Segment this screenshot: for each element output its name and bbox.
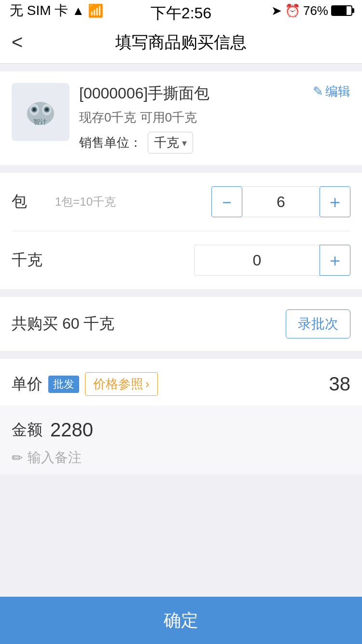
- kg-input-row: 千克 ＋: [12, 231, 350, 289]
- bao-hint: 1包=10千克: [55, 194, 211, 210]
- remark-row[interactable]: ✏ 输入备注: [12, 448, 350, 467]
- product-info: [0000006]手撕面包 ✎ 编辑 现存0千克 可用0千克 销售单位： 千克 …: [79, 83, 350, 154]
- svg-point-6: [45, 108, 48, 111]
- wifi-icon: ▲︎ 📶: [72, 3, 103, 18]
- unit-select[interactable]: 千克 ▾: [148, 132, 193, 154]
- page-title: 填写商品购买信息: [115, 31, 247, 54]
- svg-text:智计: 智计: [33, 118, 47, 126]
- section-gap-1: [0, 165, 362, 173]
- total-section: 共购买 60 千克 录批次: [0, 297, 362, 351]
- kg-label: 千克: [12, 250, 50, 271]
- section-gap-2: [0, 289, 362, 297]
- section-gap-3: [0, 351, 362, 359]
- battery-icon: [331, 5, 352, 16]
- price-label: 单价: [12, 374, 42, 395]
- status-left: 无 SIM 卡 ▲︎ 📶: [10, 1, 103, 20]
- amount-section: 金额 2280 ✏ 输入备注: [0, 406, 362, 475]
- status-right: ➤ ⏰ 76%: [271, 3, 352, 18]
- kg-plus-button[interactable]: ＋: [320, 245, 350, 276]
- amount-label: 金额: [12, 420, 42, 441]
- product-stock: 现存0千克 可用0千克: [79, 109, 350, 126]
- product-top-row: [0000006]手撕面包 ✎ 编辑: [79, 83, 350, 109]
- kg-quantity-input[interactable]: [194, 245, 320, 276]
- battery-percent: 76%: [303, 3, 328, 18]
- svg-point-5: [33, 108, 36, 111]
- batch-button[interactable]: 录批次: [286, 309, 350, 338]
- total-text: 共购买 60 千克: [12, 313, 114, 335]
- confirm-button[interactable]: 确定: [0, 597, 362, 644]
- edit-icon: ✎: [313, 84, 323, 99]
- edit-button[interactable]: ✎ 编辑: [313, 83, 350, 100]
- bao-quantity-input[interactable]: [242, 186, 320, 217]
- chevron-down-icon: ▾: [182, 137, 187, 149]
- back-button[interactable]: <: [12, 31, 23, 53]
- confirm-label: 确定: [164, 609, 198, 632]
- status-bar: 无 SIM 卡 ▲︎ 📶 下午2:56 ➤ ⏰ 76%: [0, 0, 362, 21]
- amount-value: 2280: [50, 419, 93, 441]
- carrier-text: 无 SIM 卡: [10, 1, 68, 20]
- input-section: 包 1包=10千克 － ＋ 千克 ＋: [0, 173, 362, 289]
- chevron-right-icon: ›: [145, 377, 150, 392]
- product-thumbnail: 智计: [12, 83, 70, 141]
- product-name: [0000006]手撕面包: [79, 83, 209, 104]
- alarm-icon: ⏰: [285, 3, 300, 18]
- batch-tag: 批发: [48, 376, 79, 393]
- location-icon: ➤: [271, 3, 282, 18]
- price-ref-button[interactable]: 价格参照 ›: [85, 372, 158, 396]
- bao-stepper: － ＋: [211, 186, 350, 217]
- nav-bar: < 填写商品购买信息: [0, 21, 362, 64]
- pencil-icon: ✏: [12, 450, 23, 466]
- price-row: 单价 批发 价格参照 › 38: [12, 372, 350, 396]
- product-logo: 智计: [24, 95, 57, 129]
- remark-placeholder: 输入备注: [28, 448, 82, 467]
- product-card: 智计 [0000006]手撕面包 ✎ 编辑 现存0千克 可用0千克 销售单位： …: [0, 71, 362, 165]
- bao-minus-button[interactable]: －: [211, 186, 242, 217]
- unit-label: 销售单位：: [79, 134, 142, 151]
- price-value: 38: [329, 373, 351, 395]
- product-unit-row: 销售单位： 千克 ▾: [79, 132, 350, 154]
- price-label-group: 单价 批发 价格参照 ›: [12, 372, 158, 396]
- bao-input-row: 包 1包=10千克 － ＋: [12, 173, 350, 231]
- bao-plus-button[interactable]: ＋: [320, 186, 350, 217]
- kg-stepper: ＋: [194, 245, 350, 276]
- page-content: 无 SIM 卡 ▲︎ 📶 下午2:56 ➤ ⏰ 76% < 填写商品购买信息: [0, 0, 362, 644]
- price-section: 单价 批发 价格参照 › 38: [0, 359, 362, 406]
- amount-row: 金额 2280: [12, 419, 350, 441]
- bao-label: 包: [12, 191, 50, 212]
